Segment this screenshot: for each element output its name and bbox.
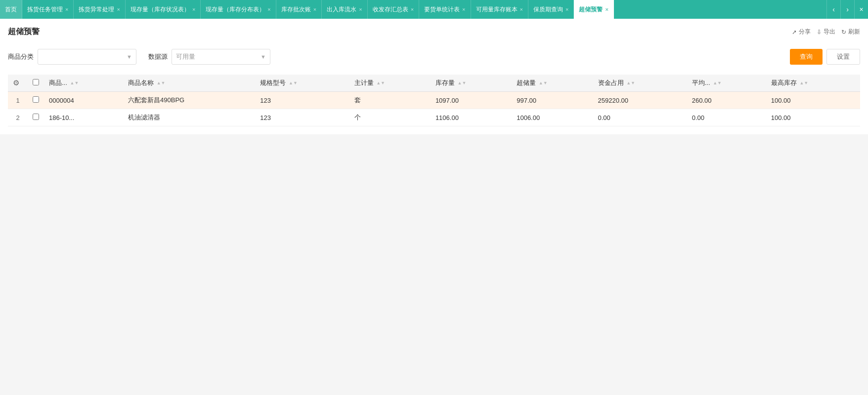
- goods-category-label: 商品分类: [8, 52, 34, 61]
- row-checkbox-1[interactable]: [33, 114, 39, 120]
- nav-prev-button[interactable]: ‹: [826, 0, 840, 19]
- row-checkbox-cell: [28, 109, 44, 126]
- table-row: 1 0000004 六配套新昌490BPG 123 套 1097.00 997.…: [8, 92, 860, 109]
- cell-spec: 123: [255, 92, 349, 109]
- sort-icon-max-stock[interactable]: ▲▼: [799, 81, 808, 85]
- cell-unit: 套: [349, 92, 431, 109]
- sort-icon-overstock[interactable]: ▲▼: [539, 81, 548, 85]
- close-tab-order-stats[interactable]: ×: [462, 6, 465, 12]
- sort-icon-avg[interactable]: ▲▼: [713, 81, 722, 85]
- close-tab-inventory-dist[interactable]: ×: [267, 6, 270, 12]
- close-tab-abnormal[interactable]: ×: [117, 6, 120, 12]
- tab-inventory-status[interactable]: 现存量（库存状况表） ×: [126, 0, 201, 19]
- tab-abnormal[interactable]: 拣货异常处理 ×: [74, 0, 125, 19]
- cell-max-stock: 100.00: [766, 109, 860, 126]
- tab-quality-check[interactable]: 保质期查询 ×: [528, 0, 574, 19]
- settings-gear-icon[interactable]: ⚙: [13, 79, 19, 87]
- sort-icon-goods-name[interactable]: ▲▼: [157, 81, 166, 85]
- row-checkbox-0[interactable]: [33, 96, 39, 103]
- row-settings-cell: 1: [8, 92, 28, 109]
- data-source-select[interactable]: 可用量 ▼: [172, 49, 270, 65]
- col-header-goods-code: 商品... ▲▼: [44, 75, 123, 92]
- goods-category-filter: 商品分类 ▼: [8, 49, 136, 65]
- refresh-icon: ↻: [841, 29, 846, 36]
- tab-task-mgmt[interactable]: 拣货任务管理 ×: [22, 0, 74, 19]
- table-header-row: ⚙ 商品... ▲▼ 商品名称 ▲▼ 规格型号 ▲▼ 主计: [8, 75, 860, 92]
- sort-icon-unit[interactable]: ▲▼: [376, 81, 385, 85]
- title-actions: ➚ 分享 ⇩ 导出 ↻ 刷新: [792, 28, 860, 36]
- col-label-capital: 资金占用: [598, 79, 624, 86]
- tab-collection[interactable]: 收发存汇总表 ×: [368, 0, 419, 19]
- cell-goods-code: 186-10...: [44, 109, 123, 126]
- col-label-stock: 库存量: [435, 79, 455, 86]
- nav-next-button[interactable]: ›: [840, 0, 854, 19]
- refresh-button[interactable]: ↻ 刷新: [841, 28, 860, 36]
- data-source-label: 数据源: [148, 52, 168, 61]
- col-label-unit: 主计量: [354, 79, 374, 86]
- page-title: 超储预警: [8, 27, 40, 37]
- cell-overstock: 997.00: [512, 92, 593, 109]
- col-header-max-stock: 最高库存 ▲▼: [766, 75, 860, 92]
- col-label-max-stock: 最高库存: [771, 79, 797, 86]
- sort-icon-spec[interactable]: ▲▼: [289, 81, 298, 85]
- top-navigation: 首页 拣货任务管理 × 拣货异常处理 × 现存量（库存状况表） × 现存量（库存…: [0, 0, 868, 19]
- close-tab-collection[interactable]: ×: [411, 6, 414, 12]
- goods-category-select[interactable]: ▼: [38, 49, 136, 65]
- data-table: ⚙ 商品... ▲▼ 商品名称 ▲▼ 规格型号 ▲▼ 主计: [8, 75, 860, 126]
- filter-row: 商品分类 ▼ 数据源 可用量 ▼ 查询 设置: [8, 45, 860, 69]
- col-header-unit: 主计量 ▲▼: [349, 75, 431, 92]
- col-header-spec: 规格型号 ▲▼: [255, 75, 349, 92]
- row-settings-cell: 2: [8, 109, 28, 126]
- col-label-goods-code: 商品...: [49, 79, 67, 86]
- col-label-goods-name: 商品名称: [128, 79, 154, 86]
- cell-goods-name: 机油滤清器: [123, 109, 255, 126]
- export-button[interactable]: ⇩ 导出: [817, 28, 835, 36]
- close-tab-available-account[interactable]: ×: [520, 6, 523, 12]
- sort-icon-capital[interactable]: ▲▼: [626, 81, 635, 85]
- query-button[interactable]: 查询: [790, 49, 823, 65]
- close-tab-inventory-status[interactable]: ×: [192, 6, 195, 12]
- close-tab-task-mgmt[interactable]: ×: [65, 6, 68, 12]
- page-content: 超储预警 ➚ 分享 ⇩ 导出 ↻ 刷新 商品分类 ▼ 数据源: [0, 19, 868, 134]
- sort-icon-goods-code[interactable]: ▲▼: [70, 81, 79, 85]
- data-source-value: 可用量: [176, 52, 195, 61]
- tab-batch-account[interactable]: 库存批次账 ×: [276, 0, 322, 19]
- col-header-avg: 平均... ▲▼: [687, 75, 766, 92]
- share-icon: ➚: [792, 29, 797, 36]
- export-icon: ⇩: [817, 29, 822, 36]
- share-button[interactable]: ➚ 分享: [792, 28, 811, 36]
- col-header-capital: 资金占用 ▲▼: [593, 75, 687, 92]
- close-tab-in-out-flow[interactable]: ×: [359, 6, 362, 12]
- close-tab-batch-account[interactable]: ×: [313, 6, 316, 12]
- data-source-arrow-icon: ▼: [260, 54, 266, 60]
- cell-stock: 1106.00: [431, 109, 512, 126]
- col-header-checkbox: [28, 75, 44, 92]
- tab-in-out-flow[interactable]: 出入库流水 ×: [322, 0, 367, 19]
- close-tab-overstock[interactable]: ×: [605, 6, 608, 12]
- page-title-bar: 超储预警 ➚ 分享 ⇩ 导出 ↻ 刷新: [8, 27, 860, 37]
- col-header-settings: ⚙: [8, 75, 28, 92]
- goods-category-arrow-icon: ▼: [127, 54, 132, 60]
- tab-home[interactable]: 首页: [0, 0, 22, 19]
- row-checkbox-cell: [28, 92, 44, 109]
- col-label-avg: 平均...: [692, 79, 710, 86]
- close-tab-quality-check[interactable]: ×: [565, 6, 568, 12]
- tab-available-account[interactable]: 可用量库存账本 ×: [471, 0, 528, 19]
- select-all-checkbox[interactable]: [33, 79, 39, 85]
- tab-overstock[interactable]: 超储预警 ×: [574, 0, 613, 19]
- nav-arrows: ‹ › ×: [826, 0, 868, 19]
- tab-order-stats[interactable]: 要货单统计表 ×: [419, 0, 471, 19]
- filter-actions: 查询 设置: [790, 49, 860, 65]
- sort-icon-stock[interactable]: ▲▼: [458, 81, 467, 85]
- cell-goods-name: 六配套新昌490BPG: [123, 92, 255, 109]
- table-row: 2 186-10... 机油滤清器 123 个 1106.00 1006.00 …: [8, 109, 860, 126]
- nav-close-button[interactable]: ×: [854, 0, 868, 19]
- cell-capital: 0.00: [593, 109, 687, 126]
- cell-unit: 个: [349, 109, 431, 126]
- tab-inventory-dist[interactable]: 现存量（库存分布表） ×: [201, 0, 276, 19]
- col-header-overstock: 超储量 ▲▼: [512, 75, 593, 92]
- cell-spec: 123: [255, 109, 349, 126]
- settings-button[interactable]: 设置: [826, 49, 860, 65]
- data-source-filter: 数据源 可用量 ▼: [148, 49, 270, 65]
- cell-capital: 259220.00: [593, 92, 687, 109]
